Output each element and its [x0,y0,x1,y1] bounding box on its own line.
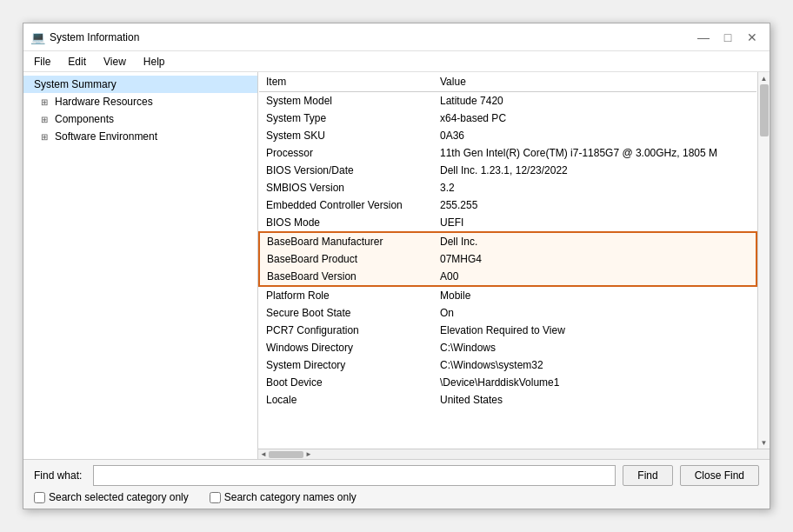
data-panel-inner: Item Value System ModelLatitude 7420Syst… [258,72,770,449]
menu-help[interactable]: Help [137,54,172,70]
table-cell-value: 0A36 [433,127,756,144]
maximize-button[interactable]: □ [717,27,738,48]
table-row: Secure Boot StateOn [259,304,756,322]
table-cell-item: Windows Directory [259,339,433,356]
find-label: Find what: [34,469,86,482]
table-row: System SKU0A36 [259,127,756,144]
table-row: Embedded Controller Version255.255 [259,196,756,214]
sidebar-label-software: Software Environment [55,130,157,143]
app-icon: 💻 [30,30,44,44]
table-cell-value: On [433,304,756,322]
sidebar-item-hardware-resources[interactable]: ⊞ Hardware Resources [23,93,257,110]
table-row: BaseBoard ManufacturerDell Inc. [259,232,756,250]
checkbox-category-names[interactable]: Search category names only [210,491,357,503]
main-window: 💻 System Information — □ ✕ File Edit Vie… [23,23,770,509]
table-cell-item: SMBIOS Version [259,179,433,196]
title-bar: 💻 System Information — □ ✕ [23,23,770,51]
table-cell-item: System SKU [259,127,433,144]
scroll-up-arrow[interactable]: ▲ [761,72,768,84]
table-cell-item: BaseBoard Manufacturer [259,232,433,250]
sidebar-label-hardware: Hardware Resources [55,96,153,108]
table-cell-item: System Directory [259,356,433,374]
expand-components-icon: ⊞ [41,115,51,124]
table-row: Processor11th Gen Intel(R) Core(TM) i7-1… [259,144,756,162]
table-cell-item: BaseBoard Product [259,250,433,268]
table-row: SMBIOS Version3.2 [259,179,756,196]
sidebar-label-system-summary: System Summary [34,78,117,90]
scroll-left-arrow[interactable]: ◄ [260,450,267,458]
table-row: Boot Device\Device\HarddiskVolume1 [259,374,756,391]
close-find-button[interactable]: Close Find [680,465,759,486]
table-cell-item: BIOS Mode [259,214,433,232]
expand-hardware-icon: ⊞ [41,97,51,107]
table-cell-item: System Type [259,110,433,127]
table-cell-item: BaseBoard Version [259,268,433,286]
data-panel: Item Value System ModelLatitude 7420Syst… [258,72,770,459]
table-row: LocaleUnited States [259,391,756,409]
data-table-container[interactable]: Item Value System ModelLatitude 7420Syst… [258,72,757,449]
scroll-thumb[interactable] [760,84,769,136]
table-row: System DirectoryC:\Windows\system32 [259,356,756,374]
data-table: Item Value System ModelLatitude 7420Syst… [258,72,757,409]
sidebar-item-software-environment[interactable]: ⊞ Software Environment [23,128,257,145]
table-cell-value: UEFI [433,214,756,232]
table-cell-item: Processor [259,144,433,162]
sidebar-item-system-summary[interactable]: System Summary [23,76,257,93]
table-cell-value: C:\Windows\system32 [433,356,756,374]
scroll-right-arrow[interactable]: ► [305,450,312,458]
find-row: Find what: Find Close Find [34,465,759,486]
table-cell-value: Mobile [433,286,756,304]
footer: Find what: Find Close Find Search select… [23,459,770,509]
table-cell-value: \Device\HarddiskVolume1 [433,374,756,391]
table-row: BIOS Version/DateDell Inc. 1.23.1, 12/23… [259,162,756,179]
checkbox-selected-category-input[interactable] [34,492,45,503]
table-cell-value: Latitude 7420 [433,92,756,110]
table-cell-item: Embedded Controller Version [259,196,433,214]
menu-edit[interactable]: Edit [61,54,93,70]
table-row: PCR7 ConfigurationElevation Required to … [259,322,756,339]
vertical-scrollbar[interactable]: ▲ ▼ [757,72,770,449]
table-cell-value: 3.2 [433,179,756,196]
expand-software-icon: ⊞ [41,132,51,142]
table-cell-item: Platform Role [259,286,433,304]
sidebar-label-components: Components [55,113,114,125]
table-row: BIOS ModeUEFI [259,214,756,232]
find-button[interactable]: Find [623,465,672,486]
checkbox-selected-category[interactable]: Search selected category only [34,491,189,503]
main-content: System Summary ⊞ Hardware Resources ⊞ Co… [23,72,770,459]
table-row: BaseBoard VersionA00 [259,268,756,286]
checkbox-category-names-input[interactable] [210,492,221,503]
table-cell-item: System Model [259,92,433,110]
col-header-item: Item [259,72,433,92]
table-row: Platform RoleMobile [259,286,756,304]
horizontal-scrollbar[interactable]: ◄ ► [258,449,770,459]
table-row: System Typex64-based PC [259,110,756,127]
checkboxes-row: Search selected category only Search cat… [34,491,759,503]
find-input[interactable] [93,465,616,486]
table-row: System ModelLatitude 7420 [259,92,756,110]
table-cell-item: PCR7 Configuration [259,322,433,339]
table-cell-value: United States [433,391,756,409]
menu-file[interactable]: File [27,54,57,70]
sidebar-item-components[interactable]: ⊞ Components [23,110,257,128]
scroll-x-thumb[interactable] [269,451,303,458]
table-cell-value: C:\Windows [433,339,756,356]
menu-view[interactable]: View [97,54,133,70]
window-controls: — □ ✕ [693,27,763,48]
minimize-button[interactable]: — [693,27,714,48]
table-row: BaseBoard Product07MHG4 [259,250,756,268]
table-cell-item: BIOS Version/Date [259,162,433,179]
scroll-track[interactable] [758,84,770,436]
table-cell-value: Dell Inc. [433,232,756,250]
close-button[interactable]: ✕ [742,27,763,48]
window-title: System Information [50,31,693,43]
table-cell-value: Dell Inc. 1.23.1, 12/23/2022 [433,162,756,179]
menu-bar: File Edit View Help [23,51,770,72]
table-cell-item: Boot Device [259,374,433,391]
table-cell-value: 255.255 [433,196,756,214]
table-cell-value: x64-based PC [433,110,756,127]
table-cell-value: Elevation Required to View [433,322,756,339]
table-cell-value: A00 [433,268,756,286]
table-cell-value: 07MHG4 [433,250,756,268]
scroll-down-arrow[interactable]: ▼ [761,436,768,449]
